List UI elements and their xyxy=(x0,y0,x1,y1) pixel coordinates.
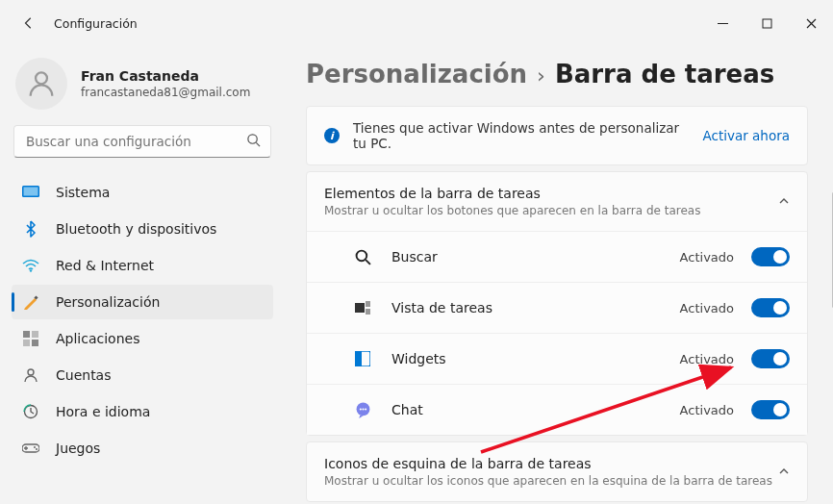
svg-point-17 xyxy=(36,448,38,450)
nav-list: Sistema Bluetooth y dispositivos Red & I… xyxy=(12,175,273,466)
svg-point-2 xyxy=(36,72,47,84)
back-button[interactable] xyxy=(17,12,40,35)
sidebar: Fran Castaneda francastaneda81@gmail.com… xyxy=(0,46,285,504)
activation-banner: i Tienes que activar Windows antes de pe… xyxy=(306,106,808,165)
svg-line-4 xyxy=(256,142,260,146)
nav-aplicaciones[interactable]: Aplicaciones xyxy=(12,321,273,356)
svg-point-26 xyxy=(359,408,361,410)
search-box[interactable] xyxy=(13,125,271,158)
section-title: Elementos de la barra de tareas xyxy=(324,186,700,201)
breadcrumb-current: Barra de tareas xyxy=(555,60,774,88)
nav-label: Sistema xyxy=(56,185,110,200)
nav-label: Juegos xyxy=(56,441,100,456)
svg-point-16 xyxy=(34,446,36,448)
svg-rect-22 xyxy=(366,309,370,315)
nav-label: Bluetooth y dispositivos xyxy=(56,221,216,237)
svg-point-28 xyxy=(365,408,366,410)
toggle-widgets[interactable] xyxy=(751,349,790,368)
nav-label: Aplicaciones xyxy=(56,331,139,346)
chevron-up-icon xyxy=(778,192,790,211)
row-vista-tareas: Vista de tareas Activado xyxy=(307,282,807,333)
activate-link[interactable]: Activar ahora xyxy=(703,128,790,143)
breadcrumb-parent[interactable]: Personalización xyxy=(306,60,527,88)
gaming-icon xyxy=(21,439,40,458)
svg-point-3 xyxy=(248,134,257,142)
nav-personalizacion[interactable]: Personalización xyxy=(12,285,273,319)
banner-text: Tienes que activar Windows antes de pers… xyxy=(353,120,692,151)
section-header[interactable]: Elementos de la barra de tareas Mostrar … xyxy=(307,172,807,231)
nav-hora[interactable]: Hora e idioma xyxy=(12,394,273,429)
chevron-up-icon xyxy=(778,463,790,481)
corner-icons-section: Iconos de esquina de la barra de tareas … xyxy=(306,441,808,502)
taskview-icon xyxy=(353,298,372,317)
nav-label: Cuentas xyxy=(56,367,112,383)
svg-point-18 xyxy=(356,250,366,261)
main-content: Personalización › Barra de tareas i Tien… xyxy=(285,46,833,504)
svg-rect-6 xyxy=(24,188,38,196)
nav-juegos[interactable]: Juegos xyxy=(12,431,273,466)
time-icon xyxy=(21,402,40,421)
window-controls xyxy=(700,8,833,38)
chevron-right-icon: › xyxy=(537,63,545,88)
maximize-button[interactable] xyxy=(745,8,789,38)
section-subtitle: Mostrar u ocultar los iconos que aparece… xyxy=(324,474,772,488)
search-icon xyxy=(353,247,372,266)
setting-state: Activado xyxy=(680,403,734,417)
personalization-icon xyxy=(21,292,40,312)
setting-label: Buscar xyxy=(391,249,680,265)
row-widgets: Widgets Activado xyxy=(307,333,807,384)
network-icon xyxy=(21,256,40,275)
nav-label: Red & Internet xyxy=(56,258,154,273)
section-header[interactable]: Iconos de esquina de la barra de tareas … xyxy=(307,442,807,501)
toggle-chat[interactable] xyxy=(751,400,790,419)
breadcrumb: Personalización › Barra de tareas xyxy=(306,60,808,88)
search-icon xyxy=(246,133,261,151)
svg-rect-1 xyxy=(763,19,771,28)
window-title: Configuración xyxy=(54,16,138,31)
avatar xyxy=(15,58,67,110)
chat-icon xyxy=(353,400,372,419)
apps-icon xyxy=(21,329,40,348)
row-chat: Chat Activado xyxy=(307,384,807,435)
section-subtitle: Mostrar u ocultar los botones que aparec… xyxy=(324,204,700,217)
accounts-icon xyxy=(21,365,40,385)
system-icon xyxy=(21,183,40,202)
user-block[interactable]: Fran Castaneda francastaneda81@gmail.com xyxy=(12,52,273,125)
svg-rect-9 xyxy=(23,331,30,338)
row-buscar: Buscar Activado xyxy=(307,231,807,282)
svg-line-19 xyxy=(366,260,370,265)
widgets-icon xyxy=(353,349,372,368)
svg-point-27 xyxy=(362,408,364,410)
svg-rect-21 xyxy=(366,301,370,307)
info-icon: i xyxy=(324,128,340,143)
titlebar: Configuración xyxy=(0,0,833,46)
user-email: francastaneda81@gmail.com xyxy=(81,86,250,99)
setting-label: Chat xyxy=(391,402,680,417)
setting-state: Activado xyxy=(680,301,734,315)
svg-point-13 xyxy=(28,369,34,375)
toggle-vista-tareas[interactable] xyxy=(751,298,790,317)
nav-cuentas[interactable]: Cuentas xyxy=(12,358,273,392)
setting-state: Activado xyxy=(680,250,734,265)
nav-red[interactable]: Red & Internet xyxy=(12,248,273,283)
setting-label: Widgets xyxy=(391,351,680,366)
nav-bluetooth[interactable]: Bluetooth y dispositivos xyxy=(12,212,273,246)
taskbar-items-section: Elementos de la barra de tareas Mostrar … xyxy=(306,171,808,436)
svg-rect-11 xyxy=(23,340,30,346)
toggle-buscar[interactable] xyxy=(751,247,790,266)
svg-rect-12 xyxy=(32,340,38,346)
setting-label: Vista de tareas xyxy=(391,300,680,315)
nav-label: Hora e idioma xyxy=(56,404,150,419)
svg-rect-20 xyxy=(355,303,365,313)
nav-sistema[interactable]: Sistema xyxy=(12,175,273,210)
section-title: Iconos de esquina de la barra de tareas xyxy=(324,456,772,471)
svg-point-7 xyxy=(30,269,32,271)
minimize-button[interactable] xyxy=(700,8,745,38)
search-input[interactable] xyxy=(24,133,246,150)
svg-rect-24 xyxy=(355,351,362,366)
close-button[interactable] xyxy=(789,8,833,38)
svg-rect-10 xyxy=(32,331,38,338)
nav-label: Personalización xyxy=(56,294,160,310)
user-name: Fran Castaneda xyxy=(81,68,250,84)
setting-state: Activado xyxy=(680,352,734,366)
